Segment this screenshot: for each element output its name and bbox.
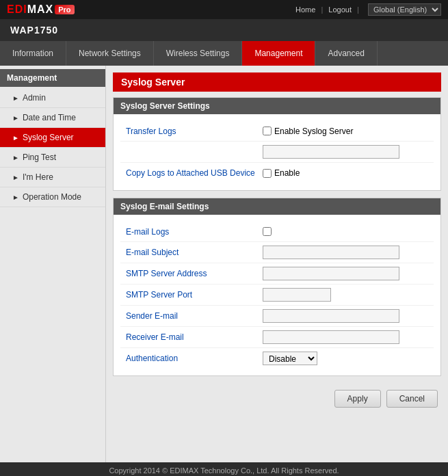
arrow-icon: ►	[12, 194, 19, 201]
email-subject-label: E-mail Subject	[126, 248, 263, 257]
syslog-settings-body: Transfer Logs Enable Syslog Server	[114, 114, 440, 190]
copy-logs-checkbox[interactable]	[263, 169, 272, 178]
sidebar-item-syslog-label: Syslog Server	[23, 133, 74, 142]
receiver-email-row: Receiver E-mail	[120, 327, 434, 348]
sidebar-item-date-and-time[interactable]: ► Date and Time	[0, 108, 105, 128]
copy-logs-controls: Enable	[263, 168, 428, 178]
email-settings-header: Syslog E-mail Settings	[114, 198, 440, 215]
email-logs-control	[263, 227, 428, 236]
enable-syslog-checkbox[interactable]	[263, 127, 272, 135]
sidebar-item-operation-mode[interactable]: ► Operation Mode	[0, 187, 105, 207]
nav-advanced[interactable]: Advanced	[315, 41, 377, 66]
apply-button[interactable]: Apply	[334, 390, 381, 408]
top-bar: EDIMAX Pro Home | Logout | Global (Engli…	[0, 0, 448, 19]
smtp-port-row: SMTP Server Port	[120, 285, 434, 306]
page-title: Syslog Server	[113, 72, 441, 92]
smtp-address-label: SMTP Server Address	[126, 269, 263, 278]
home-link[interactable]: Home	[295, 5, 315, 14]
logo: EDIMAX Pro	[7, 3, 75, 16]
email-logs-checkbox[interactable]	[263, 227, 272, 236]
cancel-button[interactable]: Cancel	[386, 390, 438, 408]
sidebar-item-admin-label: Admin	[23, 93, 46, 103]
smtp-port-label: SMTP Server Port	[126, 290, 263, 300]
enable-syslog-text: Enable Syslog Server	[274, 127, 353, 136]
email-settings-body: E-mail Logs E-mail Subject SMTP Server A…	[114, 215, 440, 375]
sender-email-row: Sender E-mail	[120, 306, 434, 327]
smtp-address-control	[263, 267, 428, 280]
nav-management[interactable]: Management	[242, 41, 315, 66]
sidebar-header: Management	[0, 69, 105, 87]
authentication-label: Authentication	[126, 354, 263, 363]
nav-bar: Information Network Settings Wireless Se…	[0, 41, 448, 66]
syslog-settings-header: Syslog Server Settings	[114, 98, 440, 114]
top-links: Home | Logout | Global (English)	[295, 3, 441, 16]
sidebar-item-ping-test[interactable]: ► Ping Test	[0, 148, 105, 168]
nav-information[interactable]: Information	[0, 41, 66, 66]
copy-logs-enable-text: Enable	[274, 168, 300, 178]
sidebar-item-imhere-label: I'm Here	[23, 172, 53, 182]
logout-link[interactable]: Logout	[328, 5, 352, 14]
sidebar-item-admin[interactable]: ► Admin	[0, 88, 105, 108]
arrow-icon: ►	[12, 114, 19, 122]
syslog-input-area	[263, 145, 428, 159]
transfer-logs-input-row	[120, 142, 434, 163]
receiver-email-label: Receiver E-mail	[126, 332, 263, 342]
transfer-logs-row: Transfer Logs Enable Syslog Server	[120, 121, 434, 142]
email-subject-input[interactable]	[263, 246, 399, 259]
authentication-control: Disable Enable	[263, 352, 428, 365]
smtp-address-row: SMTP Server Address	[120, 263, 434, 285]
sep1: |	[321, 5, 323, 14]
arrow-icon: ►	[12, 154, 19, 161]
copy-logs-enable-label: Enable	[263, 168, 300, 178]
sender-email-control	[263, 309, 428, 323]
nav-network-settings[interactable]: Network Settings	[66, 41, 154, 66]
authentication-row: Authentication Disable Enable	[120, 348, 434, 369]
main-layout: Management ► Admin ► Date and Time ► Sys…	[0, 66, 448, 462]
smtp-port-input[interactable]	[263, 288, 331, 302]
button-row: Apply Cancel	[113, 383, 441, 414]
device-model: WAP1750	[10, 25, 58, 36]
smtp-port-control	[263, 288, 428, 302]
sidebar-item-im-here[interactable]: ► I'm Here	[0, 168, 105, 187]
enable-syslog-label: Enable Syslog Server	[263, 127, 353, 136]
sidebar-item-syslog-server[interactable]: ► Syslog Server	[0, 128, 105, 148]
arrow-icon: ►	[12, 134, 19, 142]
authentication-select[interactable]: Disable Enable	[263, 352, 317, 365]
sidebar-item-opmode-label: Operation Mode	[23, 192, 81, 202]
copy-logs-row: Copy Logs to Attached USB Device Enable	[120, 163, 434, 183]
receiver-email-control	[263, 330, 428, 344]
sidebar: Management ► Admin ► Date and Time ► Sys…	[0, 66, 106, 462]
syslog-server-settings-box: Syslog Server Settings Transfer Logs Ena…	[113, 97, 441, 191]
transfer-logs-label: Transfer Logs	[126, 127, 263, 136]
sender-email-input[interactable]	[263, 309, 399, 323]
sidebar-item-date-label: Date and Time	[23, 113, 76, 122]
language-select[interactable]: Global (English)	[368, 3, 441, 16]
syslog-email-settings-box: Syslog E-mail Settings E-mail Logs E-mai…	[113, 198, 441, 376]
sidebar-item-ping-label: Ping Test	[23, 153, 56, 162]
nav-wireless-settings[interactable]: Wireless Settings	[154, 41, 243, 66]
device-bar: WAP1750	[0, 19, 448, 41]
sep2: |	[357, 5, 359, 14]
content: Syslog Server Syslog Server Settings Tra…	[106, 66, 448, 462]
copy-logs-label: Copy Logs to Attached USB Device	[126, 168, 263, 178]
footer: Copyright 2014 © EDIMAX Technology Co., …	[0, 462, 448, 476]
edimax-text: EDIMAX	[7, 3, 53, 16]
transfer-logs-controls: Enable Syslog Server	[263, 127, 428, 136]
email-logs-label: E-mail Logs	[126, 227, 263, 237]
smtp-address-input[interactable]	[263, 267, 399, 280]
email-subject-control	[263, 246, 428, 259]
syslog-server-input[interactable]	[263, 145, 399, 159]
email-logs-row: E-mail Logs	[120, 222, 434, 242]
arrow-icon: ►	[12, 174, 19, 181]
email-subject-row: E-mail Subject	[120, 242, 434, 263]
sender-email-label: Sender E-mail	[126, 311, 263, 321]
copyright-text: Copyright 2014 © EDIMAX Technology Co., …	[109, 466, 339, 475]
receiver-email-input[interactable]	[263, 330, 399, 344]
arrow-icon: ►	[12, 94, 19, 102]
pro-badge: Pro	[55, 5, 74, 14]
